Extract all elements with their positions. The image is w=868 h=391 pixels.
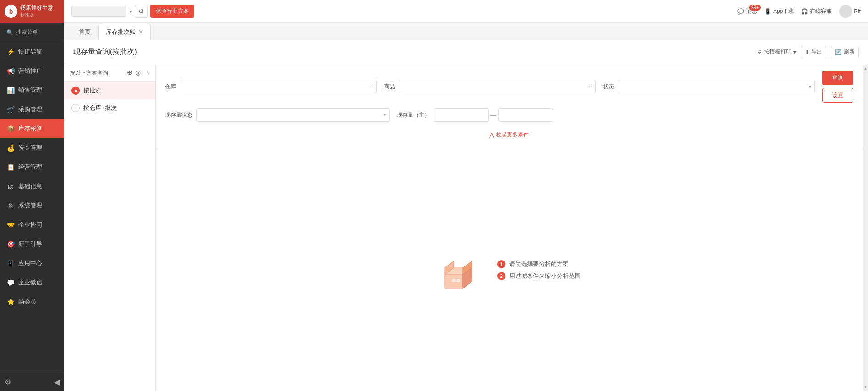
collapse-label: 收起更多条件 [496, 131, 529, 139]
sidebar-item-system[interactable]: ⚙ 系统管理 [0, 196, 64, 215]
add-scheme-icon[interactable]: ⊕ [127, 69, 132, 77]
collapse-up-icon: ⋀ [489, 132, 494, 138]
filter-area: 仓库 ··· 商品 ··· 状态 [156, 64, 863, 149]
status-label: 状态 [603, 83, 614, 91]
right-scrollbar: ▲ ▼ [863, 64, 868, 391]
export-label: 导出 [811, 48, 822, 56]
scheme-batch-label: 按批次 [83, 87, 101, 95]
scheme-warehouse-batch[interactable]: ○ 按仓库+批次 [64, 99, 155, 117]
menu-label-guide: 新手引导 [18, 240, 42, 248]
gear-button[interactable]: ⚙ [135, 5, 148, 18]
breadcrumb-arrow-icon: ▾ [129, 8, 132, 15]
sidebar-menu: ⚡ 快捷导航 📢 营销推广 📊 销售管理 🛒 采购管理 📦 库存核算 💰 资金管… [0, 42, 64, 373]
scheme-warehouse-batch-icon: ○ [71, 104, 80, 112]
tip-text-2: 用过滤条件来缩小分析范围 [509, 272, 581, 280]
menu-label-sales: 销售管理 [18, 86, 42, 94]
tip-text-1: 请先选择要分析的方案 [509, 260, 569, 268]
product-more-icon[interactable]: ··· [588, 83, 592, 90]
settings-icon[interactable]: ⚙ [5, 378, 11, 386]
tab-home[interactable]: 首页 [71, 24, 98, 40]
menu-label-inventory: 库存核算 [18, 125, 42, 133]
status-dropdown-arrow-icon: ▾ [809, 84, 811, 89]
action-buttons: 查询 设置 [822, 71, 853, 103]
sidebar: b 畅康通好生意 标准版 🔍 搜索菜单 ⚡ 快捷导航 📢 营销推广 📊 销售管理… [0, 0, 64, 391]
inventory-status-dropdown-wrap: ▾ [196, 108, 390, 122]
query-btn[interactable]: 查询 [822, 71, 853, 85]
collapse-more-btn[interactable]: ⋀ 收起更多条件 [165, 127, 853, 142]
scheme-batch[interactable]: ● 按批次 [64, 82, 155, 99]
sidebar-item-purchase[interactable]: 🛒 采购管理 [0, 100, 64, 119]
inventory-quantity-min-input[interactable] [434, 108, 489, 122]
inventory-quantity-group: 现存量（主） — [397, 108, 621, 122]
menu-icon-inventory: 📦 [6, 125, 15, 133]
inventory-status-dropdown[interactable] [196, 108, 390, 122]
product-input[interactable] [399, 80, 596, 93]
scroll-down-icon[interactable]: ▼ [862, 382, 868, 391]
menu-label-apps: 应用中心 [18, 259, 42, 267]
gear-icon: ⚙ [138, 8, 144, 15]
sidebar-item-basic[interactable]: 🗂 基础信息 [0, 177, 64, 196]
page-title: 现存量查询(按批次) [73, 47, 137, 57]
search-icon: 🔍 [6, 29, 13, 36]
page-header-actions: 🖨 按模板打印 ▾ ⬆ 导出 🔄 刷新 [757, 46, 859, 58]
menu-icon-purchase: 🛒 [6, 105, 15, 114]
collapse-sidebar-icon[interactable]: ◀ [54, 378, 60, 386]
left-panel-header: 按以下方案查询 ⊕ ◎ 《 [64, 64, 155, 82]
sidebar-item-collab[interactable]: 🤝 企业协同 [0, 215, 64, 234]
message-btn[interactable]: 💬 消息 99+ [737, 7, 757, 15]
user-area[interactable]: Rit [839, 5, 861, 18]
tab-inventory-batch[interactable]: 库存批次账 ✕ [98, 24, 151, 40]
sidebar-item-wechat[interactable]: 💬 企业微信 [0, 273, 64, 292]
message-badge: 99+ [749, 5, 761, 11]
sidebar-item-marketing[interactable]: 📢 营销推广 [0, 61, 64, 81]
tab-inventory-batch-label: 库存批次账 [106, 28, 136, 36]
collapse-left-icon[interactable]: 《 [143, 69, 150, 77]
sidebar-item-shortcut[interactable]: ⚡ 快捷导航 [0, 42, 64, 61]
breadcrumb: ▾ ⚙ 体验行业方案 [71, 5, 733, 18]
search-menu-btn[interactable]: 🔍 搜索菜单 [5, 27, 60, 38]
topbar: ▾ ⚙ 体验行业方案 💬 消息 99+ 📱 App下载 🎧 在线客服 Ri [64, 0, 868, 23]
menu-icon-shortcut: ⚡ [6, 48, 15, 56]
inventory-status-label: 现存量状态 [165, 111, 192, 119]
empty-tip-1: 1 请先选择要分析的方案 [497, 260, 581, 268]
menu-icon-wechat: 💬 [6, 278, 15, 287]
setting-btn[interactable]: 设置 [822, 88, 853, 103]
print-dropdown-icon[interactable]: ▾ [793, 49, 796, 55]
sidebar-item-member[interactable]: ⭐ 畅会员 [0, 292, 64, 311]
sidebar-item-apps[interactable]: 📱 应用中心 [0, 254, 64, 273]
refresh-label: 刷新 [844, 48, 855, 56]
sidebar-item-guide[interactable]: 🎯 新手引导 [0, 234, 64, 254]
inventory-quantity-max-input[interactable] [498, 108, 553, 122]
refresh-btn[interactable]: 🔄 刷新 [831, 46, 859, 58]
app-download-btn[interactable]: 📱 App下载 [764, 7, 794, 15]
topbar-right: 💬 消息 99+ 📱 App下载 🎧 在线客服 Rit [737, 5, 861, 18]
breadcrumb-input[interactable] [71, 6, 126, 17]
status-dropdown[interactable] [618, 80, 815, 93]
online-service-btn[interactable]: 🎧 在线客服 [801, 7, 832, 15]
sidebar-item-sales[interactable]: 📊 销售管理 [0, 81, 64, 100]
menu-label-marketing: 营销推广 [18, 67, 42, 75]
warehouse-input[interactable] [180, 80, 377, 93]
print-btn[interactable]: 🖨 按模板打印 ▾ [757, 48, 796, 56]
menu-label-wechat: 企业微信 [18, 278, 42, 287]
scroll-up-icon[interactable]: ▲ [862, 64, 868, 73]
search-menu-label: 搜索菜单 [16, 28, 38, 36]
empty-content: 1 请先选择要分析的方案 2 用过滤条件来缩小分析范围 [438, 247, 581, 293]
empty-tips: 1 请先选择要分析的方案 2 用过滤条件来缩小分析范围 [497, 260, 581, 280]
menu-label-shortcut: 快捷导航 [18, 48, 42, 56]
sidebar-search-area[interactable]: 🔍 搜索菜单 [0, 23, 64, 42]
sidebar-item-operation[interactable]: 📋 经营管理 [0, 157, 64, 177]
warehouse-label: 仓库 [165, 83, 176, 91]
scheme-settings-icon[interactable]: ◎ [135, 69, 141, 77]
sidebar-item-inventory[interactable]: 📦 库存核算 [0, 119, 64, 138]
product-input-wrap: ··· [399, 80, 596, 93]
sidebar-item-finance[interactable]: 💰 资金管理 [0, 138, 64, 157]
tab-close-icon[interactable]: ✕ [138, 29, 143, 35]
menu-icon-collab: 🤝 [6, 221, 15, 229]
sidebar-footer: ⚙ ◀ [0, 373, 64, 391]
user-name: Rit [854, 8, 861, 15]
export-btn[interactable]: ⬆ 导出 [801, 46, 826, 58]
warehouse-more-icon[interactable]: ··· [368, 83, 373, 90]
experience-btn[interactable]: 体验行业方案 [150, 5, 194, 18]
menu-label-purchase: 采购管理 [18, 105, 42, 114]
